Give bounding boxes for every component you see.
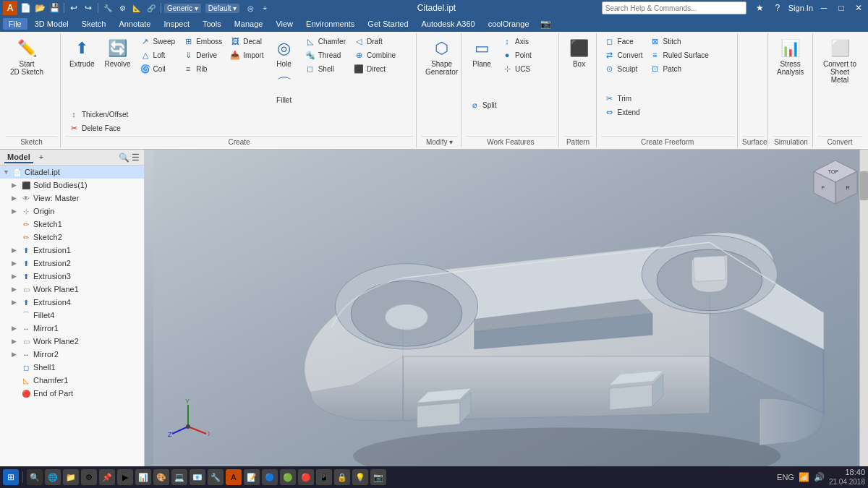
deleteface-button[interactable]: ✂ Delete Face	[65, 121, 131, 134]
sweep-button[interactable]: ↗ Sweep	[137, 35, 179, 48]
plane-button[interactable]: ▭ Plane	[466, 35, 498, 70]
draft-button[interactable]: ◁ Draft	[350, 35, 399, 48]
tree-item-sketch1[interactable]: ✏ Sketch1	[0, 218, 144, 231]
minimize-btn[interactable]: ─	[817, 1, 830, 14]
tree-item-fillet4[interactable]: ⌒ Fillet4	[0, 309, 144, 322]
qa-redo-button[interactable]: ↪	[82, 1, 95, 14]
taskbar-app-3[interactable]: 📁	[63, 469, 79, 485]
qa-new-button[interactable]: 📄	[19, 1, 32, 14]
tree-item-extrusion1[interactable]: ▶ ⬆ Extrusion1	[0, 244, 144, 257]
import-button[interactable]: 📥 Import	[226, 48, 266, 61]
help-icon[interactable]: ?	[771, 1, 784, 14]
qa-btn-4[interactable]: 🔗	[145, 1, 158, 14]
taskbar-app-5[interactable]: 📌	[99, 469, 115, 485]
v-scrollbar[interactable]	[859, 150, 868, 488]
qa-btn-5[interactable]: ◎	[244, 1, 257, 14]
extrude-button[interactable]: ⬆ Extrude	[65, 35, 98, 70]
maximize-btn[interactable]: □	[835, 1, 848, 14]
qa-save-button[interactable]: 💾	[48, 1, 61, 14]
menu-manage[interactable]: Manage	[229, 18, 269, 30]
tree-item-extrusion2[interactable]: ▶ ⬆ Extrusion2	[0, 257, 144, 270]
direct-button[interactable]: ⬛ Direct	[350, 62, 399, 75]
start-button[interactable]: ⊞	[3, 469, 19, 485]
model-tab[interactable]: Model	[4, 152, 33, 163]
coil-button[interactable]: 🌀 Coil	[137, 62, 179, 75]
taskbar-app-11[interactable]: 🔧	[208, 469, 224, 485]
taskbar-app-13[interactable]: 📝	[244, 469, 260, 485]
combine-button[interactable]: ⊕ Combine	[350, 48, 399, 61]
add-tab[interactable]: +	[36, 152, 46, 163]
split-button[interactable]: ⌀ Split	[466, 99, 499, 112]
taskbar-app-2[interactable]: 🌐	[45, 469, 61, 485]
tree-item-solid-bodies[interactable]: ▶ ⬛ Solid Bodies(1)	[0, 179, 144, 192]
revolve-button[interactable]: 🔄 Revolve	[100, 35, 135, 70]
stitch-button[interactable]: ⊠ Stitch	[647, 35, 712, 48]
box-button[interactable]: ⬛ Box	[563, 35, 595, 70]
taskbar-app-4[interactable]: ⚙	[81, 469, 97, 485]
tree-item-extrusion3[interactable]: ▶ ⬆ Extrusion3	[0, 270, 144, 283]
taskbar-app-17[interactable]: 📱	[316, 469, 332, 485]
convert-button[interactable]: ⇄ Convert	[601, 48, 646, 61]
emboss-button[interactable]: ⊞ Emboss	[179, 35, 225, 48]
taskbar-app-7[interactable]: 📊	[135, 469, 151, 485]
search-input[interactable]	[602, 1, 746, 14]
qa-btn-1[interactable]: 🔧	[101, 1, 114, 14]
derive-button[interactable]: ⇓ Derive	[179, 48, 225, 61]
tree-item-workplane1[interactable]: ▶ ▭ Work Plane1	[0, 283, 144, 296]
tree-item-extrusion4[interactable]: ▶ ⬆ Extrusion4	[0, 296, 144, 309]
trim-button[interactable]: ✂ Trim	[601, 92, 643, 105]
convert-sheet-metal-button[interactable]: ⬜ Convert to Sheet Metal	[817, 35, 862, 86]
taskbar-app-20[interactable]: 📷	[370, 469, 386, 485]
tree-item-mirror2[interactable]: ▶ ↔ Mirror2	[0, 348, 144, 361]
menu-view[interactable]: View	[270, 18, 299, 30]
v-scrollbar-thumb[interactable]	[860, 171, 868, 200]
taskbar-app-1[interactable]: 🔍	[27, 469, 43, 485]
favorites-icon[interactable]: ★	[754, 1, 767, 14]
menu-inspect[interactable]: Inspect	[158, 18, 195, 30]
qa-undo-button[interactable]: ↩	[67, 1, 80, 14]
shapegen-button[interactable]: ⬡ Shape Generator	[421, 35, 462, 78]
menu-a360[interactable]: Autodesk A360	[416, 18, 481, 30]
sculpt-button[interactable]: ⊙ Sculpt	[601, 62, 646, 75]
tree-item-end-of-part[interactable]: 🔴 End of Part	[0, 387, 144, 400]
taskbar-app-9[interactable]: 💻	[171, 469, 187, 485]
thicken-button[interactable]: ↕ Thicken/Offset	[65, 108, 131, 121]
taskbar-app-12[interactable]: A	[226, 469, 242, 485]
default-dropdown[interactable]: Default ▾	[205, 4, 239, 13]
taskbar-app-6[interactable]: ▶	[117, 469, 133, 485]
sidebar-settings-icon[interactable]: ☰	[132, 153, 140, 163]
patch-button[interactable]: ⊡ Patch	[647, 62, 712, 75]
taskbar-app-19[interactable]: 💡	[352, 469, 368, 485]
thread-button[interactable]: 🔩 Thread	[302, 48, 349, 61]
tree-item-citadel[interactable]: ▼ 📄 Citadel.ipt	[0, 166, 144, 179]
taskbar-app-14[interactable]: 🔵	[262, 469, 278, 485]
menu-sketch[interactable]: Sketch	[76, 18, 112, 30]
taskbar-app-8[interactable]: 🎨	[153, 469, 169, 485]
qa-btn-6[interactable]: +	[258, 1, 271, 14]
view-cube[interactable]: TOP R F	[810, 157, 854, 200]
point-button[interactable]: ● Point	[498, 48, 535, 61]
hole-button[interactable]: ◎ Hole	[268, 35, 300, 70]
taskbar-app-16[interactable]: 🔴	[298, 469, 314, 485]
menu-getstarted[interactable]: Get Started	[362, 18, 414, 30]
close-btn[interactable]: ✕	[852, 1, 865, 14]
tree-item-workplane2[interactable]: ▶ ▭ Work Plane2	[0, 335, 144, 348]
decal-button[interactable]: 🖼 Decal	[226, 35, 266, 48]
menu-3dmodel[interactable]: 3D Model	[29, 18, 75, 30]
tree-item-shell1[interactable]: ◻ Shell1	[0, 361, 144, 374]
generic-dropdown[interactable]: Generic ▾	[164, 4, 201, 13]
start-sketch-button[interactable]: ✏️ Start 2D Sketch	[6, 35, 48, 78]
tree-item-view[interactable]: ▶ 👁 View: Master	[0, 192, 144, 205]
menu-file[interactable]: File	[3, 18, 27, 30]
sound-icon[interactable]: 🔊	[814, 472, 825, 482]
ruled-surface-button[interactable]: ≡ Ruled Surface	[647, 48, 712, 61]
ucs-button[interactable]: ⊹ UCS	[498, 62, 535, 75]
viewport[interactable]: X Y Z TOP R F	[145, 150, 868, 488]
rib-button[interactable]: ≡ Rib	[179, 62, 225, 75]
taskbar-app-10[interactable]: 📧	[190, 469, 205, 485]
loft-button[interactable]: △ Loft	[137, 48, 179, 61]
shell-button[interactable]: ◻ Shell	[302, 62, 349, 75]
tree-item-mirror1[interactable]: ▶ ↔ Mirror1	[0, 322, 144, 335]
network-icon[interactable]: 📶	[799, 472, 809, 482]
axis-button[interactable]: ↕ Axis	[498, 35, 535, 48]
